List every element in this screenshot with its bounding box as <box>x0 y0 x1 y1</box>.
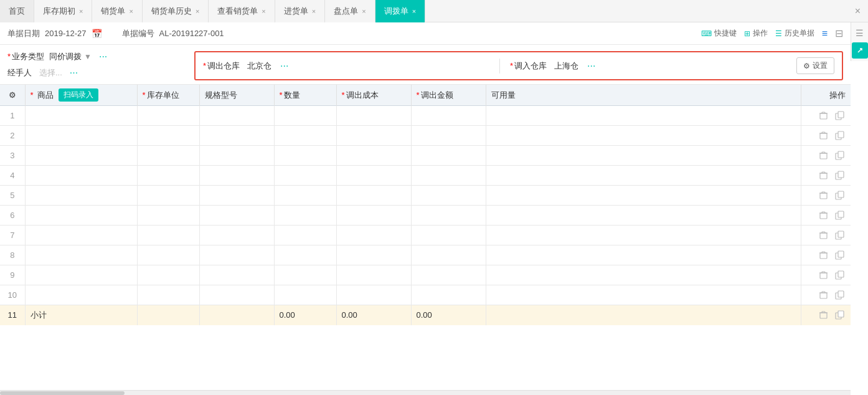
row-available[interactable] <box>486 226 801 245</box>
row-cost[interactable] <box>336 146 411 166</box>
delete-icon[interactable] <box>817 110 829 122</box>
tab-sales-order-close[interactable]: × <box>129 7 133 15</box>
shortcut-button[interactable]: ⌨ 快捷键 <box>701 28 737 39</box>
row-qty[interactable] <box>274 106 336 126</box>
row-unit[interactable] <box>137 146 199 166</box>
row-unit[interactable] <box>137 285 199 305</box>
delete-icon[interactable] <box>817 289 829 302</box>
copy-icon[interactable] <box>833 130 846 142</box>
row-spec[interactable] <box>199 186 274 206</box>
row-amount[interactable] <box>411 265 486 285</box>
row-amount[interactable] <box>411 285 486 305</box>
row-amount[interactable] <box>411 245 486 265</box>
tab-sales-history-close[interactable]: × <box>196 7 199 15</box>
horizontal-scrollbar[interactable] <box>0 390 851 395</box>
delete-icon[interactable] <box>817 169 829 182</box>
layout-toggle-2[interactable]: ⊟ <box>835 27 843 39</box>
row-qty[interactable] <box>274 146 336 166</box>
transfer-out-more[interactable]: ··· <box>280 60 288 72</box>
row-unit[interactable] <box>137 206 199 226</box>
row-available[interactable] <box>486 126 801 146</box>
row-cost[interactable] <box>336 186 411 206</box>
row-spec[interactable] <box>199 285 274 305</box>
row-available[interactable] <box>486 146 801 166</box>
row-amount[interactable] <box>411 166 486 186</box>
row-spec[interactable] <box>199 106 274 126</box>
window-close-button[interactable]: × <box>847 0 868 22</box>
row-product[interactable] <box>25 265 137 285</box>
row-qty[interactable] <box>274 166 336 186</box>
row-available[interactable] <box>486 106 801 126</box>
row-cost[interactable] <box>336 265 411 285</box>
row-qty[interactable] <box>274 285 336 305</box>
row-spec[interactable] <box>199 146 274 166</box>
subtotal-copy-icon[interactable] <box>833 309 846 321</box>
copy-icon[interactable] <box>833 110 846 122</box>
row-available[interactable] <box>486 245 801 265</box>
tab-home[interactable]: 首页 <box>0 0 34 22</box>
subtotal-delete-icon[interactable] <box>817 309 829 321</box>
row-qty[interactable] <box>274 245 336 265</box>
row-qty[interactable] <box>274 265 336 285</box>
row-unit[interactable] <box>137 126 199 146</box>
tab-transfer-close[interactable]: × <box>412 7 416 15</box>
row-cost[interactable] <box>336 126 411 146</box>
tab-inventory-init[interactable]: 库存期初 × <box>34 0 92 22</box>
row-spec[interactable] <box>199 226 274 245</box>
row-qty[interactable] <box>274 226 336 245</box>
row-cost[interactable] <box>336 226 411 245</box>
tab-inventory-init-close[interactable]: × <box>79 7 83 15</box>
copy-icon[interactable] <box>833 169 846 182</box>
tab-purchase-order[interactable]: 进货单 × <box>275 0 325 22</box>
row-amount[interactable] <box>411 226 486 245</box>
row-qty[interactable] <box>274 186 336 206</box>
business-type-select[interactable]: 同价调拨 ▼ <box>49 51 92 62</box>
row-spec[interactable] <box>199 126 274 146</box>
tab-purchase-order-close[interactable]: × <box>312 7 316 15</box>
tab-transfer[interactable]: 调拨单 × <box>375 0 425 22</box>
tab-view-sales-close[interactable]: × <box>262 7 265 15</box>
tab-sales-order[interactable]: 销货单 × <box>92 0 142 22</box>
row-product[interactable] <box>25 186 137 206</box>
tab-view-sales[interactable]: 查看销货单 × <box>209 0 275 22</box>
handler-placeholder[interactable]: 选择... <box>39 67 62 79</box>
row-cost[interactable] <box>336 245 411 265</box>
row-available[interactable] <box>486 166 801 186</box>
copy-icon[interactable] <box>833 249 846 262</box>
copy-icon[interactable] <box>833 229 846 242</box>
tab-stocktake-close[interactable]: × <box>362 7 366 15</box>
operation-button[interactable]: ⊞ 操作 <box>744 28 768 39</box>
copy-icon[interactable] <box>833 189 846 202</box>
row-cost[interactable] <box>336 106 411 126</box>
row-amount[interactable] <box>411 126 486 146</box>
row-product[interactable] <box>25 166 137 186</box>
delete-icon[interactable] <box>817 150 829 162</box>
row-product[interactable] <box>25 206 137 226</box>
row-unit[interactable] <box>137 106 199 126</box>
row-cost[interactable] <box>336 206 411 226</box>
delete-icon[interactable] <box>817 130 829 142</box>
row-available[interactable] <box>486 186 801 206</box>
copy-icon[interactable] <box>833 209 846 222</box>
row-product[interactable] <box>25 126 137 146</box>
scrollbar-thumb[interactable] <box>0 391 125 395</box>
row-qty[interactable] <box>274 126 336 146</box>
row-product[interactable] <box>25 245 137 265</box>
th-gear[interactable]: ⚙ <box>0 85 25 106</box>
row-amount[interactable] <box>411 206 486 226</box>
copy-icon[interactable] <box>833 269 846 282</box>
delete-icon[interactable] <box>817 209 829 222</box>
row-cost[interactable] <box>336 166 411 186</box>
row-unit[interactable] <box>137 186 199 206</box>
row-product[interactable] <box>25 146 137 166</box>
row-product[interactable] <box>25 285 137 305</box>
row-spec[interactable] <box>199 166 274 186</box>
tab-stocktake[interactable]: 盘点单 × <box>325 0 375 22</box>
date-field[interactable]: 单据日期 2019-12-27 📅 <box>7 28 102 39</box>
row-product[interactable] <box>25 106 137 126</box>
transfer-in-more[interactable]: ··· <box>587 60 595 72</box>
row-amount[interactable] <box>411 146 486 166</box>
row-amount[interactable] <box>411 186 486 206</box>
row-qty[interactable] <box>274 206 336 226</box>
sidebar-list-icon[interactable]: ☰ <box>852 25 868 41</box>
